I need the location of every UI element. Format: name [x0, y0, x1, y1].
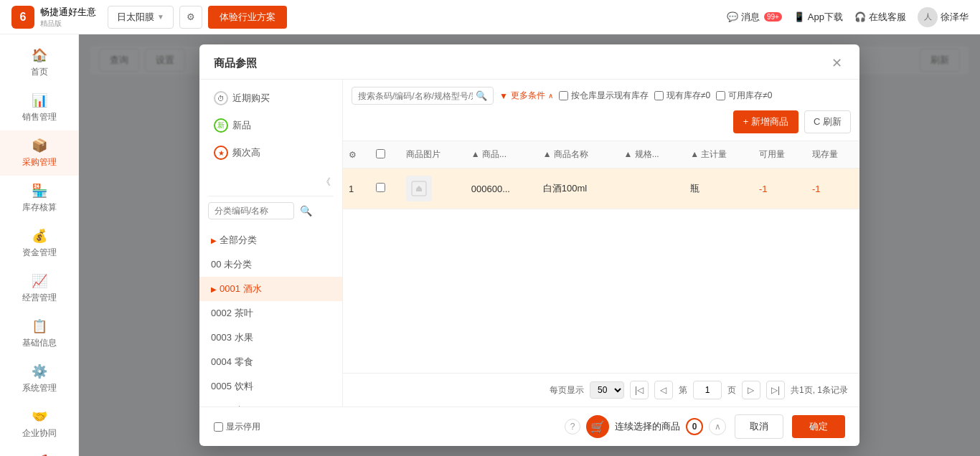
arrow-icon-0001: ▶	[211, 285, 217, 293]
nav-selector[interactable]: 日太阳膜 ▼	[108, 6, 174, 29]
sidebar-label-system: 系统管理	[22, 382, 57, 394]
cell-num: 1	[343, 168, 370, 209]
sidebar-item-operations[interactable]: 📈 经营管理	[0, 266, 78, 311]
cart-count-badge: 0	[686, 418, 703, 435]
filter-bar: 🔍 ▼ 更多条件 ∧ 按仓库显示现有库存	[343, 80, 859, 141]
user-item[interactable]: 人 徐泽华	[918, 7, 969, 27]
sidebar-item-enterprise[interactable]: 🤝 企业协同	[0, 402, 78, 447]
gear-button[interactable]: ⚙	[179, 6, 202, 29]
enterprise-icon: 🤝	[32, 409, 47, 424]
refresh-btn[interactable]: C 刷新	[804, 110, 851, 133]
sidebar-item-guide[interactable]: 🚀 新手引导	[0, 447, 78, 456]
page-label: 第	[679, 384, 687, 396]
arrow-icon: ▶	[211, 237, 217, 244]
collapse-cart-btn[interactable]: ∧	[709, 418, 726, 435]
modal-body: ⏱ 近期购买 新 新品 ★ 频次高	[199, 80, 859, 407]
col-image: 商品图片	[400, 141, 466, 168]
sidebar-label-inventory: 库存核算	[22, 201, 57, 214]
cat-item-0003[interactable]: 0003 水果	[199, 326, 342, 350]
trial-button[interactable]: 体验行业方案	[208, 6, 287, 29]
filter-arrow-icon: ∧	[548, 92, 553, 100]
first-page-btn[interactable]: |◁	[630, 381, 649, 399]
col-spec[interactable]: ▲ 规格...	[618, 141, 684, 168]
check-stock-not-zero[interactable]: 现有库存≠0	[654, 90, 710, 102]
category-search-input[interactable]	[208, 202, 294, 219]
star-icon: ★	[214, 146, 228, 160]
col-name[interactable]: ▲ 商品名称	[537, 141, 618, 168]
col-available: 可用量	[753, 141, 806, 168]
sidebar-item-basic-info[interactable]: 📋 基础信息	[0, 311, 78, 356]
collapse-left-btn[interactable]: 《	[316, 171, 336, 193]
recent-label: 近期购买	[232, 92, 270, 105]
add-product-btn[interactable]: + 新增商品	[733, 110, 798, 133]
product-search-input[interactable]	[358, 91, 473, 101]
cat-item-0001[interactable]: ▶ 0001 酒水	[199, 277, 342, 301]
check-warehouse[interactable]: 按仓库显示现有库存	[559, 90, 649, 102]
mobile-icon: 📱	[793, 11, 805, 22]
cell-code: 000600...	[466, 168, 537, 209]
prev-page-btn[interactable]: ◁	[654, 381, 673, 399]
app-download-item[interactable]: 📱 App下载	[793, 11, 843, 24]
freq-label: 频次高	[232, 146, 260, 159]
cart-label: 连续选择的商品	[615, 420, 680, 433]
col-unit[interactable]: ▲ 主计量	[684, 141, 753, 168]
sidebar-item-sales[interactable]: 📊 销售管理	[0, 85, 78, 130]
sidebar-item-purchase[interactable]: 📦 采购管理	[0, 130, 78, 176]
per-page-label: 每页显示	[550, 384, 584, 396]
message-item[interactable]: 💬 消息 99+	[727, 11, 782, 24]
sidebar-item-system[interactable]: ⚙️ 系统管理	[0, 356, 78, 402]
modal-close-button[interactable]: ✕	[828, 54, 845, 72]
product-reference-modal: 商品参照 ✕ ⏱ 近期购买 新 新品	[199, 44, 859, 446]
help-icon[interactable]: ?	[565, 419, 580, 434]
pagination: 每页显示 50 |◁ ◁ 第 页 ▷ ▷| 共1页, 1条记录	[343, 373, 859, 407]
online-service-item[interactable]: 🎧 在线客服	[854, 11, 906, 24]
cat-item-00[interactable]: 00 未分类	[199, 252, 342, 277]
check-available-not-zero[interactable]: 可用库存≠0	[716, 90, 772, 102]
logo-area: 6 畅捷通好生意 精品版	[11, 6, 96, 29]
select-all-checkbox[interactable]	[376, 149, 385, 158]
table-row[interactable]: 1	[343, 168, 859, 209]
last-page-btn[interactable]: ▷|	[766, 381, 785, 399]
next-page-btn[interactable]: ▷	[742, 381, 760, 399]
cell-unit: 瓶	[684, 168, 753, 209]
col-settings[interactable]: ⚙	[343, 141, 370, 168]
cat-item-0008[interactable]: 0008 水	[199, 399, 342, 407]
cart-button[interactable]: 🛒	[586, 415, 609, 438]
finance-icon: 💰	[32, 228, 47, 244]
cell-checkbox[interactable]	[370, 168, 400, 209]
page-total-info: 共1页, 1条记录	[791, 384, 848, 396]
cell-name: 白酒100ml	[537, 168, 618, 209]
category-list: ▶ 全部分类 00 未分类 ▶ 0001 酒水 0002 茶叶 0003 水果 …	[199, 225, 342, 407]
filter-icon: ▼	[499, 91, 508, 101]
confirm-button[interactable]: 确定	[792, 415, 845, 438]
page-label-2: 页	[727, 384, 736, 396]
col-code[interactable]: ▲ 商品...	[466, 141, 537, 168]
cancel-button[interactable]: 取消	[735, 414, 783, 439]
sidebar-item-home[interactable]: 🏠 首页	[0, 40, 78, 85]
cat-item-0002[interactable]: 0002 茶叶	[199, 301, 342, 326]
sidebar-item-inventory[interactable]: 🏪 库存核算	[0, 176, 78, 221]
filter-more-btn[interactable]: ▼ 更多条件 ∧	[499, 90, 553, 102]
headset-icon: 🎧	[854, 11, 866, 22]
new-label: 新品	[232, 119, 251, 132]
cat-item-all[interactable]: ▶ 全部分类	[199, 228, 342, 252]
per-page-select[interactable]: 50	[590, 381, 624, 399]
product-table-container: ⚙ 商品图片 ▲ 商品... ▲ 商品名称	[343, 141, 859, 373]
category-search-button[interactable]: 🔍	[297, 202, 314, 219]
quick-recent[interactable]: ⏱ 近期购买	[208, 87, 334, 110]
sidebar-item-finance[interactable]: 💰 资金管理	[0, 221, 78, 266]
cat-item-0005[interactable]: 0005 饮料	[199, 374, 342, 399]
operations-icon: 📈	[32, 273, 47, 289]
sidebar-label-sales: 销售管理	[22, 111, 57, 123]
message-icon: 💬	[727, 11, 738, 22]
col-checkbox	[370, 141, 400, 168]
inventory-icon: 🏪	[32, 183, 47, 199]
cat-item-0004[interactable]: 0004 零食	[199, 350, 342, 374]
page-number-input[interactable]	[693, 381, 722, 399]
show-disabled-checkbox[interactable]: 显示停用	[214, 421, 260, 433]
sidebar-label-home: 首页	[31, 66, 48, 78]
home-icon: 🏠	[32, 47, 47, 63]
quick-new[interactable]: 新 新品	[208, 114, 334, 137]
product-thumbnail	[406, 176, 432, 201]
quick-freq[interactable]: ★ 频次高	[208, 141, 334, 164]
